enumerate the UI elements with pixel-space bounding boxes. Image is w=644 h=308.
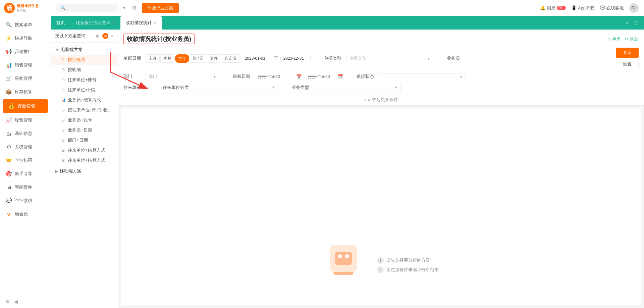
date-btn-thismonth[interactable]: 本月 (160, 54, 174, 63)
sidebar-item-finance[interactable]: 💰 资金管理 (3, 99, 48, 113)
scheme-tree: ▼ 电脑端方案 ⊙ 按业务员 ⊞ 按明细 ⊟ 往来单位+账号 (51, 43, 118, 308)
doc-status-select[interactable]: ▼ (379, 73, 466, 80)
sidebar-item-basicinfo[interactable]: 🗂 基础信息 (0, 127, 51, 140)
doc-type-select[interactable]: 单据类型 ▼ (346, 54, 433, 63)
dept-filter-item: 部门 部门 ▼ (123, 72, 219, 81)
wechat-icon: 💬 (5, 197, 12, 204)
sidebar-item-enterprise[interactable]: 🤝 企业协同 (0, 154, 51, 167)
salesperson-more-icon[interactable]: ··· (469, 56, 473, 61)
date-end-input[interactable] (280, 55, 311, 62)
scheme-item-counterpart-date[interactable]: ⊟ 往来单位+日期 (51, 85, 118, 95)
user-avatar[interactable]: Rit (629, 3, 639, 13)
page-title-row: 收款情况统计(按业务员) ↑ 导出 ↺ 刷新 (123, 34, 639, 44)
query-button[interactable]: 查询 (616, 48, 639, 58)
topbar-dropdown[interactable]: ▼ (122, 5, 126, 10)
sidebar-settings-icon[interactable]: ⚙ (5, 298, 10, 305)
tab-cashflow-close-icon[interactable]: × (113, 20, 115, 25)
sidebar-item-newguide[interactable]: 🎯 新手引导 (0, 167, 51, 181)
dept-chevron-icon: ▼ (213, 75, 216, 79)
date-btn-custom[interactable]: 自定义 (222, 54, 240, 63)
download-icon: 📱 (571, 5, 577, 10)
sidebar-item-marketing[interactable]: 📢 营销推广 (0, 45, 51, 58)
tab-collection-close-icon[interactable]: × (154, 20, 156, 25)
page-title: 收款情况统计(按业务员) (123, 34, 195, 44)
scheme-item-salesperson-date[interactable]: ⊙ 业务员+日期 (51, 125, 118, 135)
online-service-btn[interactable]: 💬 在线客服 (600, 5, 624, 11)
mobile-scheme-header[interactable]: ▶ 移动端方案 (51, 166, 118, 176)
counterpart-more-icon[interactable]: ··· (146, 85, 149, 90)
biz-type-select[interactable]: ▼ (314, 84, 401, 91)
scheme-item-salesperson-account[interactable]: ⊟ 业务员+账号 (51, 115, 118, 125)
refresh-icon: ↺ (625, 37, 629, 42)
sidebar-item-smarthw[interactable]: 🖥 智能硬件 (0, 181, 51, 194)
smarthw-icon: 🖥 (5, 184, 12, 191)
sales-icon: 📊 (5, 62, 12, 68)
scheme-item-counterpart-dept-recv[interactable]: ⊟ 按往来单位+部门+收... (51, 105, 118, 115)
notification-btn[interactable]: 🔔 消息 99+ (540, 5, 566, 11)
review-date-end-input[interactable] (305, 73, 335, 80)
date-btn-7days[interactable]: 近7天 (190, 54, 206, 63)
scheme-item-dept-date[interactable]: ⊙ 部门+日期 (51, 135, 118, 145)
page-header: 收款情况统计(按业务员) ↑ 导出 ↺ 刷新 (118, 30, 644, 106)
doc-status-filter-item: 单据状态 ▼ (357, 73, 466, 80)
date-btn-more[interactable]: 更多 (207, 54, 221, 63)
sidebar-item-wechat[interactable]: 💬 企业微信 (0, 194, 51, 207)
quicknav-icon: ⚡ (5, 35, 12, 42)
empty-step-2: 2 用过滤条件来缩小分析范围 (377, 266, 439, 273)
date-btn-thisyear[interactable]: 本年 (175, 54, 189, 63)
topbar-settings-icon[interactable]: ⚙ (132, 5, 137, 11)
app-download-btn[interactable]: 📱 App下载 (571, 5, 594, 11)
panel-settings-icon[interactable]: ⚙ (102, 33, 108, 39)
system-icon: ⚙ (5, 144, 12, 150)
calendar-end-icon: 📅 (338, 74, 343, 79)
sidebar-item-system[interactable]: ⚙ 系统管理 (0, 140, 51, 154)
collapse-bar[interactable]: ∧∧ 收起更多条件 (123, 94, 639, 105)
sidebar-item-quicknav[interactable]: ⚡ 快捷导航 (0, 32, 51, 45)
desktop-scheme-header[interactable]: ▼ 电脑端方案 (51, 45, 118, 55)
scheme-item-by-detail[interactable]: ⊞ 按明细 (51, 65, 118, 75)
scheme-item-salesperson-calc[interactable]: 📊 业务员+结算方式 (51, 95, 118, 105)
scheme-active-icon: ⊙ (60, 57, 66, 62)
empty-steps: 1 请先选择要分析的方案 2 用过滤条件来缩小分析范围 (377, 257, 439, 273)
panel-collapse-icon[interactable]: « (111, 33, 114, 39)
service-icon: 💬 (600, 5, 605, 10)
trial-button[interactable]: 体验行业方案 (142, 3, 179, 13)
sidebar-collapse-icon[interactable]: ◀ (14, 299, 18, 304)
desktop-scheme-group: ▼ 电脑端方案 ⊙ 按业务员 ⊞ 按明细 ⊟ 往来单位+账号 (51, 45, 118, 165)
date-filter-item: 单据日期 上月 本月 本年 近7天 更多 自定义 至 (123, 54, 311, 63)
sidebar-item-operation[interactable]: 📈 经营管理 (0, 113, 51, 127)
export-button[interactable]: ↑ 导出 (609, 36, 621, 42)
refresh-button[interactable]: ↺ 刷新 (625, 36, 639, 42)
date-btn-lastmonth[interactable]: 上月 (146, 54, 160, 63)
scheme-item-by-salesperson[interactable]: ⊙ 按业务员 (51, 55, 118, 65)
main-area: 🔍 ▼ ⚙ 体验行业方案 🔔 消息 99+ 📱 App下载 💬 在线客服 (51, 0, 644, 308)
sidebar-item-member[interactable]: V 畅会员 (0, 207, 51, 221)
review-date-start-input[interactable] (255, 73, 285, 80)
bell-icon: 🔔 (540, 5, 545, 10)
window-close-btn[interactable]: × (624, 19, 631, 26)
sidebar-item-search[interactable]: 🔍 搜索菜单 (0, 18, 51, 32)
sidebar-item-purchase[interactable]: 🛒 采购管理 (0, 72, 51, 85)
panel-add-icon[interactable]: ⊕ (96, 33, 100, 39)
scheme-ca-icon: ⊟ (60, 77, 66, 83)
window-maximize-btn[interactable]: □ (633, 19, 640, 26)
filter-settings-button[interactable]: 设置 (616, 59, 639, 69)
tab-cashflow[interactable]: 现金银行流水查询 × (70, 16, 120, 30)
sidebar-item-inventory[interactable]: 📦 库存核算 (0, 85, 51, 99)
counterpart-type-select[interactable]: ▼ (191, 84, 278, 91)
tab-collection[interactable]: 收款情况统计 × (120, 16, 162, 30)
date-start-input[interactable] (242, 55, 272, 62)
dept-select[interactable]: 部门 ▼ (146, 72, 219, 81)
member-icon: V (5, 211, 12, 217)
scheme-item-counterpart-calc2[interactable]: ⊟ 往来单位+结算方式 (51, 155, 118, 165)
scheme-item-counterpart-account[interactable]: ⊟ 往来单位+账号 (51, 75, 118, 85)
query-settings-buttons: 查询 设置 (616, 48, 639, 69)
topbar-search[interactable]: 🔍 (56, 4, 117, 12)
marketing-icon: 📢 (5, 48, 12, 55)
sidebar-item-sales[interactable]: 📊 销售管理 (0, 58, 51, 72)
scheme-item-counterpart-calc1[interactable]: ⊞ 往来单位+结算方式 (51, 145, 118, 155)
tab-home[interactable]: 首页 (51, 16, 70, 30)
page-actions: ↑ 导出 ↺ 刷新 (609, 36, 639, 42)
purchase-icon: 🛒 (5, 75, 12, 82)
panel-header-label: 按以下方案查询 (55, 33, 94, 39)
